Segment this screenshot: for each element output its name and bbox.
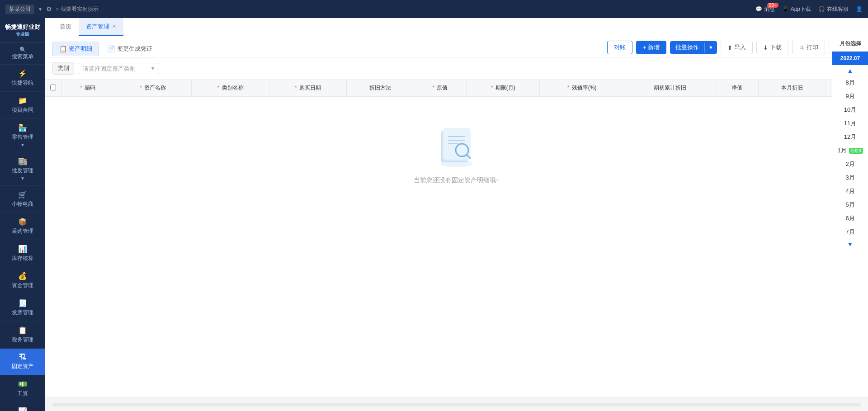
col-monthly-depreciation: 本月折旧 [758, 80, 825, 97]
year-2023-badge: 2023 [849, 148, 863, 154]
table-header-row: * 编码 * 资产名称 * 类别名称 [45, 80, 868, 97]
col-period: * 期限(月) [467, 80, 540, 97]
salary-icon: 💵 [18, 380, 27, 388]
sidebar-item-retail[interactable]: 🏪 零售管理 ▼ [0, 119, 45, 152]
month-3[interactable]: 3月 [832, 171, 868, 184]
purchase-icon: 📦 [18, 217, 27, 226]
sidebar-item-project[interactable]: 📁 项目合同 [0, 92, 45, 119]
user-profile[interactable]: 👤 [856, 6, 863, 12]
company-selector[interactable]: 某某公司 [5, 5, 34, 14]
asset-table: * 编码 * 资产名称 * 类别名称 [45, 80, 868, 97]
month-6[interactable]: 6月 [832, 212, 868, 225]
filter-left: 类别 请选择固定资产类别 ▼ [52, 62, 861, 75]
fixed-assets-icon: 🏗 [19, 353, 26, 361]
subtab-change-voucher[interactable]: 📄 变更生成凭证 [101, 42, 159, 56]
month-4[interactable]: 4月 [832, 184, 868, 198]
empty-state: 当前您还没有固定资产明细哦~ [45, 97, 868, 212]
tab-close-icon[interactable]: ✕ [112, 24, 116, 29]
filter-bar: 类别 请选择固定资产类别 ▼ [45, 57, 868, 80]
svg-point-8 [458, 146, 467, 155]
online-service-button[interactable]: 🎧 在线客服 [818, 5, 849, 13]
main-layout: 畅捷通好业财 专业版 🔍 搜索菜单 ⚡ 快捷导航 📁 项目合同 🏪 零售管理 ▼… [0, 18, 868, 411]
demo-icon: ○ [56, 6, 59, 12]
category-filter-label: 类别 [52, 62, 74, 75]
month-picker-panel: 月份选择 2022.07 ▲ 8月 9月 10月 11月 12月 1月 2023… [832, 36, 868, 397]
add-button[interactable]: + 新增 [636, 41, 666, 54]
operation-icon: 📈 [18, 407, 27, 411]
batch-operation-button[interactable]: 批量操作 ▼ [670, 41, 717, 54]
batch-operation-arrow-icon[interactable]: ▼ [704, 43, 717, 52]
month-7[interactable]: 7月 [832, 225, 868, 239]
retail-icon: 🏪 [18, 123, 27, 132]
month-5[interactable]: 5月 [832, 198, 868, 212]
sidebar-item-fixed-assets[interactable]: 🏗 固定资产 [0, 349, 45, 375]
batch-operation-label[interactable]: 批量操作 [670, 41, 704, 54]
print-button[interactable]: 🖨 打印 [792, 41, 825, 54]
tax-icon: 📋 [18, 326, 27, 335]
company-dropdown-icon[interactable]: ▼ [38, 7, 42, 12]
month-9[interactable]: 9月 [832, 90, 868, 103]
message-badge: 99+ [767, 3, 778, 8]
reconcile-button[interactable]: 对账 [607, 41, 632, 54]
horizontal-scrollbar[interactable] [52, 403, 861, 406]
month-8[interactable]: 8月 [832, 76, 868, 90]
col-original-value: * 原值 [414, 80, 467, 97]
select-all-cell[interactable] [45, 80, 61, 97]
month-picker-up-button[interactable]: ▲ [832, 65, 868, 76]
asset-detail-icon: 📋 [59, 45, 67, 52]
sidebar-item-tax[interactable]: 📋 税务管理 [0, 321, 45, 349]
demo-link[interactable]: ○ 我要看实例演示 [56, 5, 99, 13]
page-content: 📋 资产明细 📄 变更生成凭证 对账 + 新增 批量操作 ▼ ⬆ [45, 36, 868, 397]
download-icon: ⬇ [763, 44, 768, 51]
company-name: 某某公司 [9, 6, 31, 12]
message-icon: 💬 [755, 6, 762, 12]
sidebar-item-wholesale[interactable]: 🏬 批发管理 ▼ [0, 152, 45, 186]
sidebar-item-salary[interactable]: 💵 工资 [0, 375, 45, 402]
inventory-icon: 📊 [18, 245, 27, 253]
empty-text: 当前您还没有固定资产明细哦~ [414, 176, 500, 184]
sidebar-logo: 畅捷通好业财 专业版 [0, 18, 45, 43]
content-area: 首页 资产管理 ✕ 📋 资产明细 📄 变更生成凭证 [45, 18, 868, 411]
download-button[interactable]: ⬇ 下载 [756, 41, 788, 54]
quick-nav-icon: ⚡ [18, 69, 27, 78]
month-12[interactable]: 12月 [832, 130, 868, 144]
category-filter-select[interactable]: 请选择固定资产类别 [78, 63, 159, 74]
sidebar-item-quick-nav[interactable]: ⚡ 快捷导航 [0, 65, 45, 92]
tab-bar: 首页 资产管理 ✕ [45, 18, 868, 36]
message-button[interactable]: 💬 消息 99+ [755, 5, 775, 13]
sidebar-item-inventory[interactable]: 📊 库存核算 [0, 240, 45, 267]
col-cumulative-depreciation: 期初累计折旧 [624, 80, 716, 97]
sidebar-item-ecommerce[interactable]: 🛒 小畅电商 [0, 186, 45, 213]
import-button[interactable]: ⬆ 导入 [721, 41, 753, 54]
current-month-display[interactable]: 2022.07 [832, 52, 868, 65]
month-1-2023[interactable]: 1月 2023 [832, 144, 868, 157]
sidebar-item-finance[interactable]: 💰 资金管理 [0, 267, 45, 294]
change-voucher-icon: 📄 [108, 45, 115, 52]
month-picker-header: 月份选择 [832, 36, 868, 52]
select-all-checkbox[interactable] [50, 85, 56, 90]
import-icon: ⬆ [727, 44, 732, 51]
tab-asset-management[interactable]: 资产管理 ✕ [79, 18, 123, 36]
app-title: 畅捷通好业财 专业版 [4, 24, 42, 37]
sidebar-item-invoice[interactable]: 🧾 发票管理 [0, 294, 45, 321]
sidebar-item-purchase[interactable]: 📦 采购管理 [0, 213, 45, 240]
top-bar-right: 💬 消息 99+ 📱 App下载 🎧 在线客服 👤 [755, 5, 863, 13]
sidebar-item-operation[interactable]: 📈 经营管理 [0, 402, 45, 411]
month-11[interactable]: 11月 [832, 117, 868, 130]
service-icon: 🎧 [818, 6, 825, 12]
month-10[interactable]: 10月 [832, 103, 868, 117]
user-avatar: 👤 [856, 6, 863, 12]
project-icon: 📁 [18, 96, 27, 105]
sidebar-search[interactable]: 🔍 搜索菜单 [0, 43, 45, 65]
app-download-button[interactable]: 📱 App下载 [782, 5, 811, 13]
print-icon: 🖨 [799, 44, 805, 51]
ecommerce-icon: 🛒 [18, 190, 27, 199]
app-subtitle: 专业版 [4, 31, 42, 37]
col-purchase-date: * 购买日期 [269, 80, 346, 97]
month-2[interactable]: 2月 [832, 157, 868, 171]
month-picker-down-button[interactable]: ▼ [832, 239, 868, 250]
subtab-asset-detail[interactable]: 📋 资产明细 [52, 42, 99, 56]
tab-home[interactable]: 首页 [52, 18, 79, 36]
wholesale-icon: 🏬 [18, 157, 27, 165]
settings-icon[interactable]: ⚙ [46, 5, 52, 13]
